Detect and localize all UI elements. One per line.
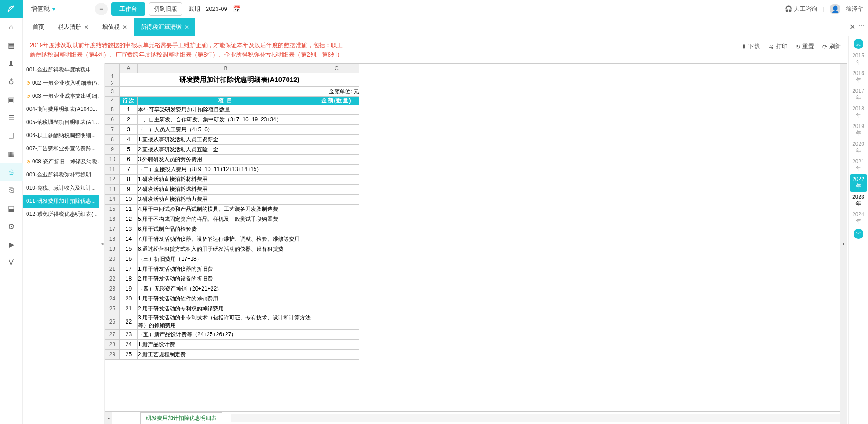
row-header[interactable]: 15: [105, 204, 120, 214]
nav-gear-icon[interactable]: ⚙: [0, 217, 23, 235]
row-header[interactable]: 5: [105, 105, 120, 114]
year-button[interactable]: 2015年: [850, 51, 867, 68]
amount-cell[interactable]: [314, 144, 359, 154]
item-cell[interactable]: 6.用于试制产品的检验费: [138, 224, 314, 234]
amount-cell[interactable]: [314, 254, 359, 264]
horizontal-scrollbar[interactable]: [231, 414, 840, 422]
year-up-button[interactable]: ︽: [854, 39, 863, 49]
form-list-item[interactable]: 011-研发费用加计扣除优惠...: [23, 195, 99, 208]
amount-cell[interactable]: [314, 114, 359, 124]
item-cell[interactable]: 1.用于研发活动的软件的摊销费用: [138, 294, 314, 304]
amount-cell[interactable]: [314, 284, 359, 294]
row-header[interactable]: 6: [105, 114, 120, 124]
nav-doc-icon[interactable]: ▤: [0, 36, 23, 54]
year-button[interactable]: 2018年: [850, 104, 867, 121]
row-num-cell[interactable]: 13: [120, 224, 138, 234]
amount-cell[interactable]: [314, 124, 359, 134]
row-header[interactable]: 25: [105, 304, 120, 314]
nav-money-icon[interactable]: ♁: [0, 72, 23, 91]
row-num-cell[interactable]: 4: [120, 134, 138, 144]
close-icon[interactable]: ✕: [84, 24, 89, 30]
row-header[interactable]: 19: [105, 244, 120, 254]
item-cell[interactable]: 3.外聘研发人员的劳务费用: [138, 154, 314, 164]
nav-doc2-icon[interactable]: ☰: [0, 109, 23, 127]
nav-page-icon[interactable]: ⎘: [0, 181, 23, 199]
row-num-cell[interactable]: 24: [120, 339, 138, 349]
amount-cell[interactable]: [314, 204, 359, 214]
row-num-cell[interactable]: 12: [120, 214, 138, 224]
item-cell[interactable]: 8.通过经营租赁方式租入的用于研发活动的仪器、设备租赁费: [138, 244, 314, 254]
item-cell[interactable]: 本年可享受研发费用加计扣除项目数量: [138, 105, 314, 114]
item-cell[interactable]: 3.用于研发活动的非专利技术（包括许可证、专有技术、设计和计算方法等）的摊销费用: [138, 314, 314, 329]
nav-back-button[interactable]: ≡: [95, 3, 108, 15]
row-num-cell[interactable]: 3: [120, 124, 138, 134]
item-cell[interactable]: 1.新产品设计费: [138, 339, 314, 349]
row-num-cell[interactable]: 14: [120, 234, 138, 244]
form-list-item[interactable]: 006-职工薪酬纳税调整明细...: [23, 129, 99, 142]
item-cell[interactable]: 2.用于研发活动的设备的折旧费: [138, 274, 314, 284]
year-button[interactable]: 2021年: [850, 157, 867, 174]
row-num-cell[interactable]: 21: [120, 304, 138, 314]
row-header[interactable]: 7: [105, 124, 120, 134]
form-list-item[interactable]: 003-一般企业成本支出明细...: [23, 90, 99, 103]
switch-old-button[interactable]: 切到旧版: [149, 2, 182, 16]
collapse-handle[interactable]: ◂: [99, 63, 105, 424]
sheet-expand-button[interactable]: ▸: [105, 412, 112, 424]
amount-cell[interactable]: [314, 174, 359, 184]
item-cell[interactable]: 5.用于不构成固定资产的样品、样机及一般测试手段购置费: [138, 214, 314, 224]
row-num-cell[interactable]: 18: [120, 274, 138, 284]
row-num-cell[interactable]: 23: [120, 329, 138, 339]
row-header[interactable]: 21: [105, 264, 120, 274]
tab-list[interactable]: 税表清册✕: [52, 18, 95, 36]
period-value[interactable]: 2023-09: [206, 5, 227, 12]
col-header-c[interactable]: C: [314, 64, 359, 73]
amount-cell[interactable]: [314, 329, 359, 339]
amount-cell[interactable]: [314, 294, 359, 304]
row-num-cell[interactable]: 7: [120, 164, 138, 174]
row-num-cell[interactable]: 20: [120, 294, 138, 304]
amount-cell[interactable]: [314, 304, 359, 314]
row-header[interactable]: 29: [105, 349, 120, 359]
row-header[interactable]: 14: [105, 194, 120, 204]
tab-close-all-icon[interactable]: ✕: [849, 23, 855, 31]
nav-v-icon[interactable]: V: [0, 253, 23, 272]
row-header[interactable]: 26: [105, 314, 120, 329]
amount-cell[interactable]: [314, 134, 359, 144]
row-header[interactable]: 18: [105, 234, 120, 244]
row-header[interactable]: 3: [105, 86, 120, 96]
row-header[interactable]: 23: [105, 284, 120, 294]
amount-cell[interactable]: [314, 164, 359, 174]
year-button[interactable]: 2017年: [850, 86, 867, 104]
row-header[interactable]: 13: [105, 184, 120, 194]
tab-more-icon[interactable]: ⋯: [859, 23, 864, 31]
amount-cell[interactable]: [314, 274, 359, 284]
item-cell[interactable]: （四）无形资产摊销（20+21+22）: [138, 284, 314, 294]
amount-cell[interactable]: [314, 349, 359, 359]
row-header[interactable]: 2: [105, 80, 120, 86]
row-num-cell[interactable]: 9: [120, 184, 138, 194]
item-cell[interactable]: 1.研发活动直接消耗材料费用: [138, 174, 314, 184]
amount-cell[interactable]: [314, 105, 359, 114]
form-list-item[interactable]: 009-企业所得税弥补亏损明...: [23, 168, 99, 181]
row-header[interactable]: 12: [105, 174, 120, 184]
amount-cell[interactable]: [314, 194, 359, 204]
amount-cell[interactable]: [314, 264, 359, 274]
row-num-cell[interactable]: 1: [120, 105, 138, 114]
year-button[interactable]: 2020年: [850, 139, 867, 157]
nav-inbox-icon[interactable]: ⬓: [0, 199, 23, 217]
row-header[interactable]: 16: [105, 214, 120, 224]
row-header[interactable]: 9: [105, 144, 120, 154]
item-cell[interactable]: 2.研发活动直接消耗燃料费用: [138, 184, 314, 194]
form-list-item[interactable]: 005-纳税调整项目明细表(A1...: [23, 116, 99, 129]
row-num-cell[interactable]: 5: [120, 144, 138, 154]
amount-cell[interactable]: [314, 244, 359, 254]
tab-income[interactable]: 所得税汇算清缴✕: [134, 18, 195, 36]
nav-tax-icon[interactable]: ♨: [0, 163, 23, 181]
nav-chart-icon[interactable]: ⫫: [0, 54, 23, 72]
row-num-cell[interactable]: 19: [120, 284, 138, 294]
amount-cell[interactable]: [314, 154, 359, 164]
company-select[interactable]: 增值税 ▾: [27, 5, 91, 13]
row-num-cell[interactable]: 8: [120, 174, 138, 184]
row-num-cell[interactable]: 17: [120, 264, 138, 274]
row-header[interactable]: 20: [105, 254, 120, 264]
